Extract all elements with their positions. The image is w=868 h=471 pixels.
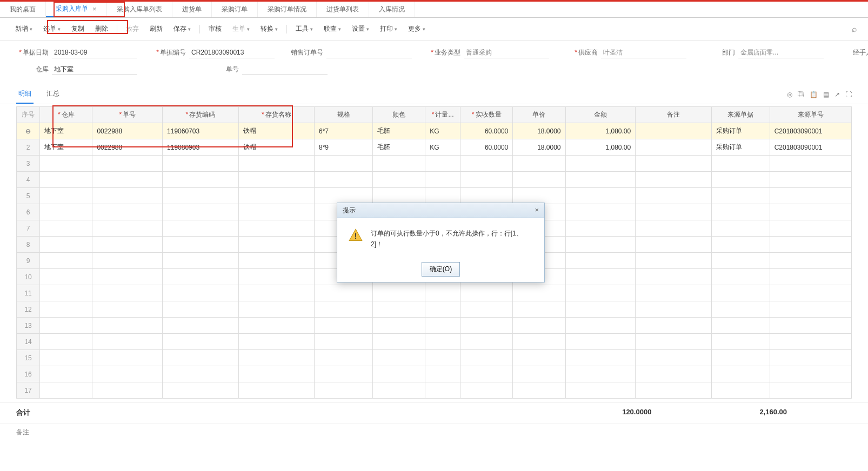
col-unit: 计量... bbox=[432, 111, 454, 118]
tab-goods-in-list[interactable]: 进货单列表 bbox=[317, 2, 369, 17]
table-row[interactable]: 5 bbox=[17, 188, 852, 204]
sales-order-label: 销售订单号 bbox=[291, 48, 323, 57]
tab-goods-in[interactable]: 进货单 bbox=[172, 2, 212, 17]
col-remark: 备注 bbox=[636, 107, 711, 123]
generate-button[interactable]: 生单▾ bbox=[228, 22, 254, 36]
table-row[interactable]: 11 bbox=[17, 285, 852, 301]
doc-no-label: 单据编号 bbox=[153, 48, 186, 57]
no-label: 单号 bbox=[206, 65, 239, 74]
totals-row: 合计 120.0000 2,160.00 bbox=[0, 402, 868, 423]
more-button[interactable]: 更多▾ bbox=[404, 22, 430, 36]
select-button[interactable]: 选单▾ bbox=[39, 22, 65, 36]
col-color: 颜色 bbox=[373, 107, 425, 123]
table-row[interactable]: 16 bbox=[17, 366, 852, 382]
convert-button[interactable]: 转换▾ bbox=[256, 22, 282, 36]
warehouse-label: 仓库 bbox=[16, 65, 49, 74]
total-label: 合计 bbox=[16, 408, 30, 418]
biz-type-label: 业务类型 bbox=[428, 48, 460, 57]
location-icon[interactable]: ◎ bbox=[787, 91, 792, 98]
supplier-label: 供应商 bbox=[565, 48, 598, 57]
document-tabs: 我的桌面 采购入库单 × 采购入库单列表 进货单 采购订单 采购订单情况 进货单… bbox=[0, 2, 868, 18]
col-price: 单价 bbox=[513, 107, 565, 123]
tab-purchase-order[interactable]: 采购订单 bbox=[212, 2, 258, 17]
dialog-title: 提示 bbox=[343, 206, 356, 215]
table-row[interactable]: 13 bbox=[17, 318, 852, 334]
paste-icon[interactable]: 📋 bbox=[810, 91, 818, 98]
tab-purchase-receipt[interactable]: 采购入库单 × bbox=[46, 2, 107, 17]
alert-dialog: 提示 × ! 订单的可执行数量小于0，不允许此操作，行：行[1、2]！ 确定(O… bbox=[337, 203, 545, 282]
biz-type-input[interactable] bbox=[464, 47, 549, 58]
handler-label: 经手人 bbox=[840, 48, 868, 57]
dept-label: 部门 bbox=[703, 48, 735, 57]
col-stock-code: 存货编码 bbox=[185, 111, 215, 118]
tab-in-status[interactable]: 入库情况 bbox=[369, 2, 415, 17]
doc-date-input[interactable] bbox=[52, 47, 137, 58]
tab-po-status[interactable]: 采购订单情况 bbox=[258, 2, 317, 17]
col-spec: 规格 bbox=[314, 107, 372, 123]
col-qty: 实收数量 bbox=[472, 111, 502, 118]
save-button[interactable]: 保存▾ bbox=[169, 22, 195, 36]
settings-button[interactable]: 设置▾ bbox=[348, 22, 373, 36]
tab-label: 采购入库单 bbox=[56, 4, 88, 14]
table-row[interactable]: 15 bbox=[17, 350, 852, 366]
copy-button[interactable]: 复制 bbox=[67, 22, 89, 36]
detail-tabs: 明细 汇总 ◎ ⿻ 📋 ▤ ↗ ⛶ bbox=[0, 85, 868, 104]
warehouse-input[interactable] bbox=[52, 64, 137, 75]
table-row[interactable]: 17 bbox=[17, 382, 852, 399]
audit-button[interactable]: 审核 bbox=[204, 22, 226, 36]
close-icon[interactable]: × bbox=[92, 5, 97, 13]
table-row[interactable]: 3 bbox=[17, 156, 852, 172]
col-stock-name: 存货名称 bbox=[262, 111, 291, 118]
print-button[interactable]: 打印▾ bbox=[376, 22, 402, 36]
copy-icon[interactable]: ⿻ bbox=[798, 91, 804, 98]
refresh-button[interactable]: 刷新 bbox=[145, 22, 167, 36]
sales-order-input[interactable] bbox=[326, 47, 412, 58]
subtab-summary[interactable]: 汇总 bbox=[44, 85, 62, 104]
warning-icon: ! bbox=[348, 228, 363, 243]
abandon-button[interactable]: 放弃 bbox=[122, 22, 143, 36]
tools-button[interactable]: 工具▾ bbox=[291, 22, 317, 36]
dept-input[interactable] bbox=[738, 47, 824, 58]
svg-text:!: ! bbox=[355, 232, 357, 240]
remark-label: 备注 bbox=[0, 423, 868, 441]
dialog-message: 订单的可执行数量小于0，不允许此操作，行：行[1、2]！ bbox=[371, 228, 533, 250]
doc-no-input[interactable] bbox=[189, 47, 275, 58]
columns-icon[interactable]: ▤ bbox=[823, 91, 829, 98]
col-no: 单号 bbox=[119, 111, 136, 118]
table-row[interactable]: 14 bbox=[17, 334, 852, 350]
tab-desktop[interactable]: 我的桌面 bbox=[0, 2, 46, 17]
table-row[interactable]: ⊖ 地下室0022988119060703 铁帽6*7毛胚KG 60.00001… bbox=[17, 123, 852, 139]
no-input[interactable] bbox=[242, 64, 328, 75]
total-qty: 120.0000 bbox=[622, 408, 651, 418]
form-header: 单据日期 单据编号 销售订单号 业务类型 供应商 部门 经手人 仓库 单号 bbox=[0, 41, 868, 85]
expand-icon[interactable]: ⛶ bbox=[845, 91, 852, 98]
ok-button[interactable]: 确定(O) bbox=[422, 262, 460, 277]
col-warehouse: 仓库 bbox=[58, 111, 75, 118]
col-amount: 金额 bbox=[565, 107, 636, 123]
tab-receipt-list[interactable]: 采购入库单列表 bbox=[107, 2, 172, 17]
col-src-no: 来源单号 bbox=[770, 107, 851, 123]
delete-button[interactable]: 删除 bbox=[91, 22, 112, 36]
subtab-detail[interactable]: 明细 bbox=[16, 85, 34, 104]
total-amount: 2,160.00 bbox=[759, 408, 787, 418]
doc-date-label: 单据日期 bbox=[16, 48, 49, 57]
export-icon[interactable]: ↗ bbox=[834, 91, 840, 98]
toolbar: 新增▾ 选单▾ 复制 删除 放弃 刷新 保存▾ 审核 生单▾ 转换▾ 工具▾ 联… bbox=[0, 18, 868, 41]
lookup-button[interactable]: 联查▾ bbox=[319, 22, 345, 36]
table-row[interactable]: 4 bbox=[17, 172, 852, 188]
close-icon[interactable]: × bbox=[535, 206, 539, 215]
supplier-input[interactable] bbox=[601, 47, 686, 58]
new-button[interactable]: 新增▾ bbox=[11, 22, 37, 36]
table-row[interactable]: 2 地下室0022988119080903 铁帽8*9毛胚KG 60.00001… bbox=[17, 139, 852, 156]
col-seq: 序号 bbox=[17, 107, 40, 123]
search-icon[interactable]: ⌕ bbox=[852, 24, 857, 34]
col-src-doc: 来源单据 bbox=[711, 107, 770, 123]
table-row[interactable]: 12 bbox=[17, 301, 852, 318]
